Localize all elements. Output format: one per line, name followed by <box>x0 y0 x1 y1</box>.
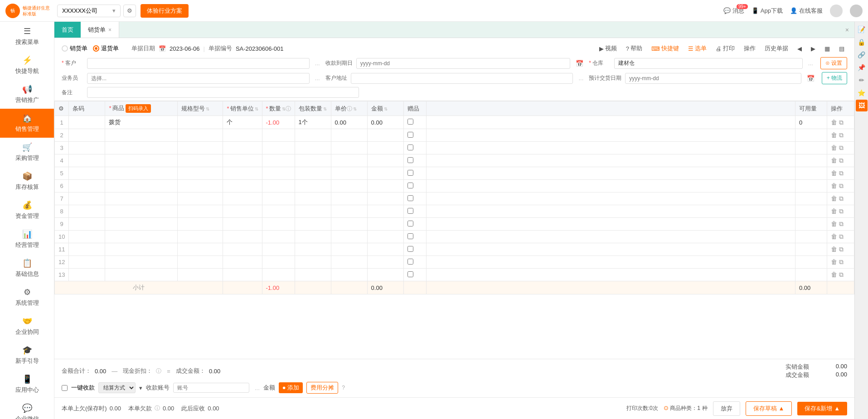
row-barcode[interactable] <box>69 256 105 269</box>
logistics-button[interactable]: + 物流 <box>822 72 847 84</box>
discount-info-icon[interactable]: ⓘ <box>156 367 161 375</box>
save-draft-button[interactable]: 保存草稿 ▲ <box>746 401 792 416</box>
row-delete-icon[interactable]: 🗑 <box>831 246 837 253</box>
row-copy-icon[interactable]: ⧉ <box>839 246 844 253</box>
row-qty[interactable] <box>262 142 295 154</box>
row-unit[interactable] <box>223 256 262 269</box>
row-price[interactable] <box>331 205 367 218</box>
setting-button[interactable]: ⊙ 设置 <box>820 57 847 69</box>
row-delete-icon[interactable]: 🗑 <box>831 207 837 215</box>
row-gift[interactable] <box>403 116 426 129</box>
row-unit[interactable] <box>223 129 262 142</box>
sidebar-item-appstore[interactable]: 📱 应用中心 <box>0 370 54 399</box>
row-qty[interactable] <box>262 243 295 256</box>
row-copy-icon[interactable]: ⧉ <box>839 131 844 139</box>
row-amount[interactable] <box>367 180 403 193</box>
avatar[interactable] <box>830 5 843 17</box>
row-product[interactable] <box>105 256 178 269</box>
row-amount[interactable] <box>367 129 403 142</box>
row-spec[interactable] <box>178 142 223 154</box>
row-product[interactable] <box>105 193 178 205</box>
sidebar-item-quick-nav[interactable]: ⚡ 快捷导航 <box>0 51 54 80</box>
row-copy-icon[interactable]: ⧉ <box>839 195 844 202</box>
table-area[interactable]: ⚙ 条码 *商品 扫码录入 规格型号⇅ *销售单位⇅ *数量⇅ⓘ 包装数量⇅ 单… <box>54 101 854 359</box>
row-price[interactable] <box>331 142 367 154</box>
row-price[interactable] <box>331 193 367 205</box>
salesperson-input[interactable] <box>87 73 310 84</box>
row-delete-icon[interactable]: 🗑 <box>831 271 837 279</box>
row-amount[interactable] <box>367 154 403 167</box>
video-button[interactable]: ▶ 视频 <box>596 43 620 53</box>
row-qty[interactable] <box>262 256 295 269</box>
owed-info-icon[interactable]: ⓘ <box>155 405 160 412</box>
save-new-button[interactable]: 保存&新增 ▲ <box>797 402 847 415</box>
row-product[interactable] <box>105 243 178 256</box>
row-product[interactable] <box>105 218 178 231</box>
row-copy-icon[interactable]: ⧉ <box>839 182 844 190</box>
panel-link-icon[interactable]: 🔗 <box>856 49 868 61</box>
row-price[interactable] <box>331 167 367 180</box>
row-product[interactable] <box>105 167 178 180</box>
row-delete-icon[interactable]: 🗑 <box>831 220 837 228</box>
row-product[interactable] <box>105 129 178 142</box>
message-button[interactable]: 💬 消息 99+ <box>723 7 744 15</box>
grid-view-button[interactable]: ▦ <box>822 44 833 53</box>
salesperson-dots[interactable]: ... <box>315 75 320 82</box>
row-product[interactable] <box>105 231 178 243</box>
row-barcode[interactable] <box>69 129 105 142</box>
sidebar-item-inventory[interactable]: 📦 库存核算 <box>0 167 54 196</box>
row-gift[interactable] <box>403 167 426 180</box>
warehouse-input[interactable] <box>614 58 802 69</box>
row-amount[interactable] <box>367 231 403 243</box>
row-spec[interactable] <box>178 167 223 180</box>
row-barcode[interactable] <box>69 180 105 193</box>
row-price[interactable] <box>331 180 367 193</box>
row-amount[interactable] <box>367 167 403 180</box>
list-view-button[interactable]: ▤ <box>836 44 847 53</box>
panel-lock-icon[interactable]: 🔒 <box>856 36 868 48</box>
row-product[interactable] <box>105 205 178 218</box>
sidebar-item-marketing[interactable]: 📢 营销推广 <box>0 80 54 109</box>
row-barcode[interactable] <box>69 231 105 243</box>
row-price[interactable] <box>331 243 367 256</box>
panel-edit-icon[interactable]: ✏ <box>856 74 868 86</box>
account-input[interactable] <box>173 383 249 393</box>
row-amount[interactable] <box>367 193 403 205</box>
row-copy-icon[interactable]: ⧉ <box>839 169 844 177</box>
row-delete-icon[interactable]: 🗑 <box>831 157 837 164</box>
panel-image-icon[interactable]: 🖼 <box>856 100 868 111</box>
row-gift[interactable] <box>403 193 426 205</box>
row-delete-icon[interactable]: 🗑 <box>831 182 837 190</box>
row-gift[interactable] <box>403 231 426 243</box>
customer-addr-dots[interactable]: ... <box>578 75 583 82</box>
row-delete-icon[interactable]: 🗑 <box>831 258 837 266</box>
row-qty[interactable] <box>262 129 295 142</box>
row-unit[interactable] <box>223 180 262 193</box>
company-selector[interactable]: XXXXXX公司 ▾ <box>57 5 121 17</box>
row-amount[interactable]: 0.00 <box>367 116 403 129</box>
row-price[interactable] <box>331 231 367 243</box>
sidebar-item-wechat[interactable]: 💬 企业微信 <box>0 399 54 419</box>
payment-date-calendar-icon[interactable]: 📅 <box>576 60 583 67</box>
tab-close-icon[interactable]: × <box>108 27 112 33</box>
row-price[interactable] <box>331 154 367 167</box>
expense-button[interactable]: 费用分摊 <box>306 382 338 394</box>
delivery-date-calendar-icon[interactable]: 📅 <box>807 75 815 82</box>
row-spec[interactable] <box>178 231 223 243</box>
row-gift[interactable] <box>403 205 426 218</box>
row-amount[interactable] <box>367 218 403 231</box>
row-spec[interactable] <box>178 218 223 231</box>
row-qty[interactable]: -1.00 <box>262 116 295 129</box>
row-gift[interactable] <box>403 142 426 154</box>
row-gift[interactable] <box>403 243 426 256</box>
panel-star-icon[interactable]: ⭐ <box>856 87 868 99</box>
panel-note-icon[interactable]: 📝 <box>856 24 868 35</box>
row-product[interactable] <box>105 142 178 154</box>
row-price[interactable] <box>331 129 367 142</box>
tab-home[interactable]: 首页 <box>54 22 81 38</box>
customer-dots[interactable]: ... <box>315 60 320 67</box>
row-product[interactable]: 拨货 <box>105 116 178 129</box>
row-qty[interactable] <box>262 154 295 167</box>
row-barcode[interactable] <box>69 167 105 180</box>
sidebar-item-operations[interactable]: 📊 经营管理 <box>0 225 54 254</box>
